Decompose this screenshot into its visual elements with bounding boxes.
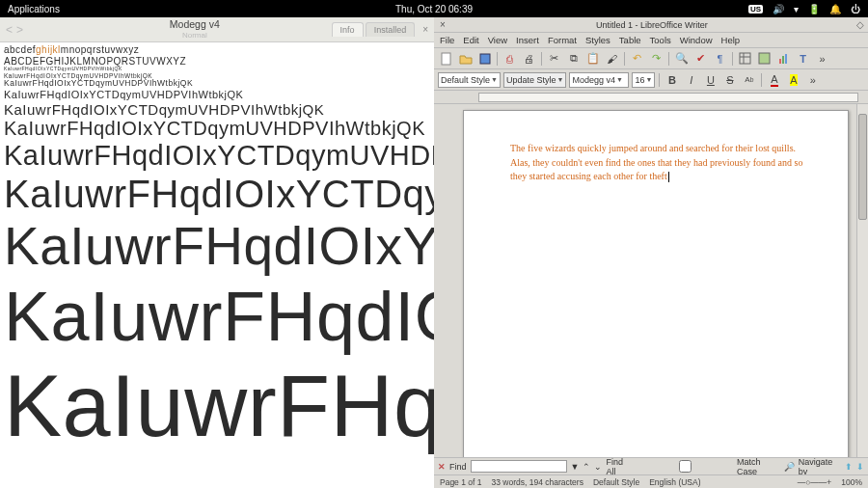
- menu-table[interactable]: Table: [619, 35, 641, 45]
- overflow-icon[interactable]: »: [804, 71, 821, 88]
- menu-edit[interactable]: Edit: [463, 35, 478, 45]
- tab-installed[interactable]: Installed: [366, 22, 416, 37]
- zoom-slider[interactable]: —○——+: [798, 477, 832, 487]
- font-subtitle: Normal: [58, 30, 332, 41]
- nav-next-icon[interactable]: ⬇: [856, 462, 864, 472]
- find-icon[interactable]: 🔍: [673, 50, 690, 67]
- volume-icon[interactable]: 🔊: [773, 4, 784, 14]
- back-button[interactable]: <: [6, 23, 13, 37]
- save-icon[interactable]: [476, 50, 493, 67]
- page-count[interactable]: Page 1 of 1: [440, 477, 481, 487]
- redo-icon[interactable]: ↷: [648, 50, 665, 67]
- svg-rect-8: [785, 54, 787, 64]
- close-button[interactable]: ×: [434, 19, 451, 30]
- superscript-button[interactable]: Ab: [741, 71, 757, 88]
- document-text[interactable]: The five wizards quickly jumped around a…: [464, 111, 848, 184]
- zoom-value[interactable]: 100%: [841, 477, 862, 487]
- chart-icon[interactable]: [775, 50, 792, 67]
- svg-rect-1: [480, 54, 490, 64]
- paragraph-style-select[interactable]: Default Style▼: [438, 72, 501, 88]
- menubar: File Edit View Insert Format Styles Tabl…: [434, 33, 868, 48]
- page-style[interactable]: Default Style: [593, 477, 639, 487]
- find-prev-button[interactable]: ⌃: [583, 462, 590, 472]
- close-button[interactable]: ×: [417, 24, 434, 35]
- sample-line: KaIuwrFHqdIOIxYCTDqymUVHDPVIhWtbkjQK: [4, 79, 430, 89]
- maximize-button[interactable]: ◇: [853, 19, 868, 30]
- match-case-label: Match Case: [737, 457, 780, 476]
- system-tray: US 🔊 ▾ 🔋 🔔 ⏻: [748, 4, 860, 14]
- text-cursor: [668, 172, 669, 182]
- image-icon[interactable]: [756, 50, 773, 67]
- tab-info[interactable]: Info: [332, 22, 364, 37]
- underline-button[interactable]: U: [702, 71, 719, 88]
- battery-icon[interactable]: 🔋: [808, 4, 820, 14]
- keyboard-indicator[interactable]: US: [748, 5, 763, 14]
- table-icon[interactable]: [737, 50, 753, 67]
- font-preview-body: abcdefghijklmnopqrstuvwxyz ABCDEFGHIJKLM…: [0, 42, 434, 488]
- sample-line: KaIuwrFHqdIOIxYCTDqymUVHDPVIhWtbkjQK: [4, 216, 430, 277]
- language[interactable]: English (USA): [649, 477, 700, 487]
- clock[interactable]: Thu, Oct 20 06:39: [395, 4, 473, 14]
- svg-rect-0: [442, 53, 450, 65]
- find-dropdown-icon[interactable]: ▼: [571, 462, 580, 472]
- cut-icon[interactable]: ✂: [546, 50, 562, 67]
- menu-view[interactable]: View: [488, 35, 507, 45]
- menu-styles[interactable]: Styles: [585, 35, 610, 45]
- window-title: Untitled 1 - LibreOffice Writer: [451, 20, 853, 30]
- match-case-checkbox[interactable]: [640, 460, 730, 473]
- format-paintbrush-icon[interactable]: 🖌: [604, 50, 620, 67]
- nonprinting-icon[interactable]: ¶: [712, 50, 728, 67]
- textbox-icon[interactable]: T: [795, 50, 811, 67]
- close-find-button[interactable]: ✕: [438, 462, 446, 472]
- bold-button[interactable]: B: [664, 71, 680, 88]
- find-input[interactable]: [471, 460, 567, 473]
- gnome-topbar: Applications Thu, Oct 20 06:39 US 🔊 ▾ 🔋 …: [0, 0, 868, 17]
- navigator-icon[interactable]: 🔎: [784, 462, 795, 472]
- overflow-icon[interactable]: »: [814, 50, 830, 67]
- svg-rect-2: [740, 53, 750, 64]
- open-icon[interactable]: [457, 50, 474, 67]
- vertical-scrollbar[interactable]: [856, 104, 868, 461]
- undo-icon[interactable]: ↶: [629, 50, 645, 67]
- menu-help[interactable]: Help: [721, 35, 741, 45]
- sample-line: KaIuwrFHqdIOIxYCTDqymUVHDPVIhWtbkjQK: [4, 277, 430, 357]
- scrollbar-thumb[interactable]: [858, 114, 867, 220]
- activities-button[interactable]: Applications: [8, 4, 60, 14]
- document-page[interactable]: The five wizards quickly jumped around a…: [463, 110, 849, 474]
- font-color-button[interactable]: A: [766, 71, 782, 88]
- svg-rect-6: [779, 59, 781, 64]
- sample-lowercase: abcdefghijklmnopqrstuvwxyz: [4, 44, 430, 56]
- network-icon[interactable]: ▾: [794, 4, 799, 14]
- word-count[interactable]: 33 words, 194 characters: [491, 477, 583, 487]
- highlight-button[interactable]: A: [785, 71, 801, 88]
- forward-button[interactable]: >: [16, 23, 23, 37]
- menu-tools[interactable]: Tools: [650, 35, 671, 45]
- menu-window[interactable]: Window: [680, 35, 713, 45]
- italic-button[interactable]: I: [683, 71, 699, 88]
- menu-file[interactable]: File: [440, 35, 454, 45]
- spellcheck-icon[interactable]: ✔: [692, 50, 709, 67]
- find-next-button[interactable]: ⌄: [594, 462, 602, 472]
- font-name-select[interactable]: Modegg v4▼: [569, 72, 629, 88]
- update-style-button[interactable]: Update Style▼: [503, 72, 566, 88]
- sample-line: KaIuwrFHqdIOIxYCTDqymUVHDPVIhWtbkjQK: [4, 172, 430, 216]
- statusbar: Page 1 of 1 33 words, 194 characters Def…: [434, 474, 868, 488]
- print-icon[interactable]: 🖨: [521, 50, 537, 67]
- pdf-icon[interactable]: ⎙: [502, 50, 518, 67]
- menu-insert[interactable]: Insert: [516, 35, 539, 45]
- sample-line: KaIuwrFHqdIOIxYCTDqymUVHDPVIhWtbkjQK: [4, 89, 430, 101]
- new-icon[interactable]: [438, 50, 454, 67]
- font-size-select[interactable]: 16▼: [632, 72, 655, 88]
- sample-line: KaIuwrFHqdIOIxYCTDqymUVHDPVIhWtbkjQK: [4, 357, 430, 457]
- nav-prev-icon[interactable]: ⬆: [845, 462, 853, 472]
- sample-line: KaIuwrFHqdIOIxYCTDqymUVHDPVIhWtbkjQK: [4, 140, 430, 172]
- find-all-button[interactable]: Find All: [606, 457, 632, 476]
- notification-icon[interactable]: 🔔: [829, 4, 841, 14]
- ruler[interactable]: [434, 91, 868, 104]
- menu-format[interactable]: Format: [548, 35, 577, 45]
- power-icon[interactable]: ⏻: [851, 4, 860, 14]
- paste-icon[interactable]: 📋: [584, 50, 601, 67]
- copy-icon[interactable]: ⧉: [565, 50, 582, 67]
- find-toolbar: ✕ Find ▼ ⌃ ⌄ Find All Match Case 🔎 Navig…: [434, 457, 868, 474]
- strike-button[interactable]: S: [721, 71, 738, 88]
